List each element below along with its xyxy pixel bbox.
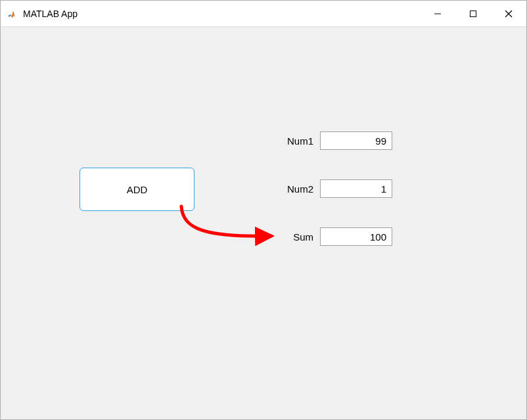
- maximize-button[interactable]: [455, 1, 491, 27]
- minimize-button[interactable]: [420, 1, 455, 27]
- add-button[interactable]: ADD: [80, 168, 195, 211]
- app-window: MATLAB App ADD Num1 Num2 Sum: [0, 0, 527, 420]
- sum-row: Sum: [274, 227, 392, 246]
- window-controls: [420, 1, 526, 27]
- num1-row: Num1: [274, 131, 392, 150]
- matlab-icon: [7, 9, 18, 19]
- num1-input[interactable]: [320, 131, 392, 150]
- close-button[interactable]: [491, 1, 526, 27]
- num2-label: Num2: [274, 183, 313, 195]
- num2-input[interactable]: [320, 179, 392, 198]
- titlebar: MATLAB App: [1, 1, 526, 27]
- window-title: MATLAB App: [23, 9, 78, 19]
- num1-label: Num1: [274, 135, 313, 147]
- sum-label: Sum: [274, 231, 313, 243]
- sum-input[interactable]: [320, 227, 392, 246]
- num2-row: Num2: [274, 179, 392, 198]
- svg-rect-1: [470, 11, 476, 17]
- content-area: ADD Num1 Num2 Sum: [1, 27, 526, 419]
